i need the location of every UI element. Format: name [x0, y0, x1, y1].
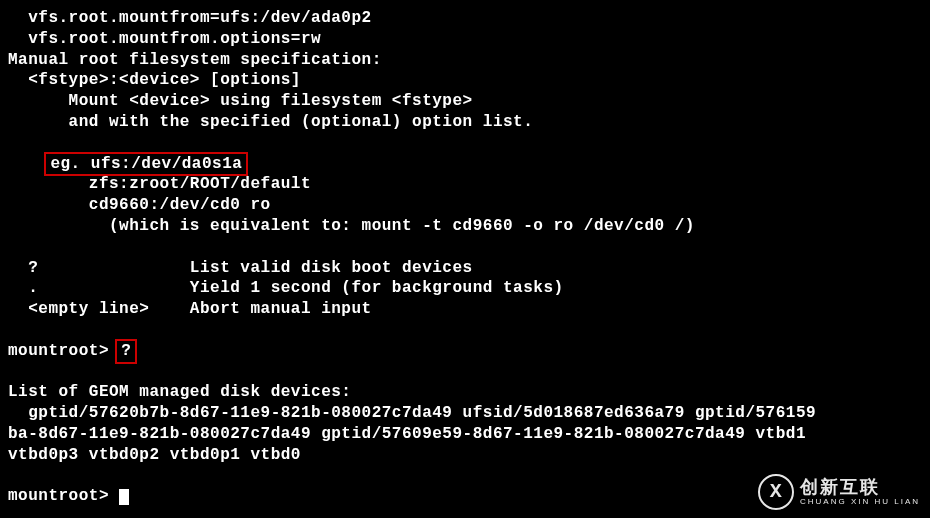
- config-line: vfs.root.mountfrom.options=rw: [8, 29, 930, 50]
- help-line: Mount <device> using filesystem <fstype>: [8, 91, 930, 112]
- mountroot-prompt: mountroot>: [8, 487, 119, 505]
- blank-line: [8, 237, 930, 258]
- example-line: zfs:zroot/ROOT/default: [8, 174, 930, 195]
- user-input-highlight: ?: [115, 339, 137, 364]
- logo-text-block: 创新互联 CHUANG XIN HU LIAN: [800, 478, 920, 506]
- prompt-line: mountroot> ?: [8, 341, 930, 362]
- output-header: List of GEOM managed disk devices:: [8, 382, 930, 403]
- mountroot-prompt: mountroot>: [8, 342, 119, 360]
- command-help-line: ? List valid disk boot devices: [8, 258, 930, 279]
- config-line: vfs.root.mountfrom=ufs:/dev/ada0p2: [8, 8, 930, 29]
- example-ufs-highlight: eg. ufs:/dev/da0s1a: [44, 152, 248, 177]
- logo-main-text: 创新互联: [800, 478, 920, 496]
- command-help-line: <empty line> Abort manual input: [8, 299, 930, 320]
- blank-line: [8, 320, 930, 341]
- example-line: (which is equivalent to: mount -t cd9660…: [8, 216, 930, 237]
- logo-watermark: X 创新互联 CHUANG XIN HU LIAN: [758, 474, 920, 510]
- terminal-console[interactable]: vfs.root.mountfrom=ufs:/dev/ada0p2 vfs.r…: [8, 8, 930, 507]
- blank-line: [8, 133, 930, 154]
- device-list-line: gptid/57620b7b-8d67-11e9-821b-080027c7da…: [8, 403, 930, 424]
- example-line: eg. ufs:/dev/da0s1a: [8, 154, 930, 175]
- logo-icon: X: [758, 474, 794, 510]
- device-list-line: ba-8d67-11e9-821b-080027c7da49 gptid/576…: [8, 424, 930, 445]
- device-list-line: vtbd0p3 vtbd0p2 vtbd0p1 vtbd0: [8, 445, 930, 466]
- help-line: <fstype>:<device> [options]: [8, 70, 930, 91]
- section-header: Manual root filesystem specification:: [8, 50, 930, 71]
- command-help-line: . Yield 1 second (for background tasks): [8, 278, 930, 299]
- logo-sub-text: CHUANG XIN HU LIAN: [800, 498, 920, 506]
- help-line: and with the specified (optional) option…: [8, 112, 930, 133]
- example-line: cd9660:/dev/cd0 ro: [8, 195, 930, 216]
- blank-line: [8, 362, 930, 383]
- cursor-icon: [119, 489, 129, 505]
